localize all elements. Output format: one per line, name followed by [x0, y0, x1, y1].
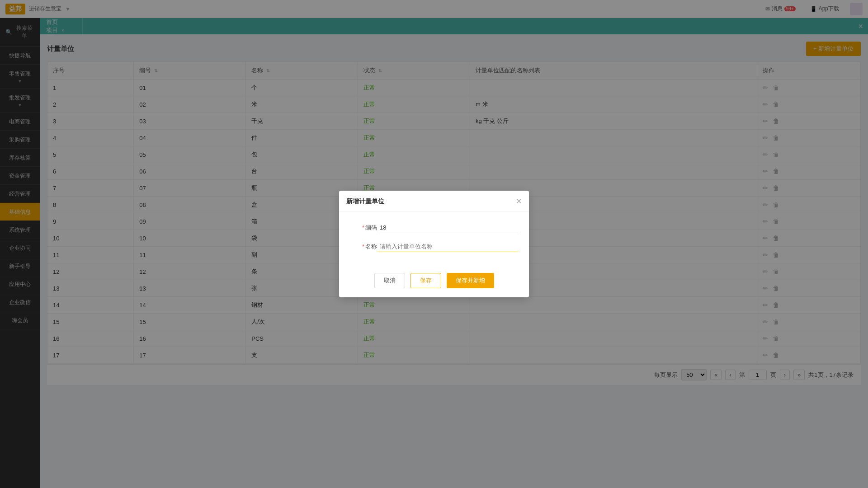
modal-close-button[interactable]: ✕: [516, 197, 522, 206]
modal-footer: 取消 保存 保存并新增: [339, 267, 529, 297]
form-row-name: *名称: [350, 241, 518, 252]
modal-header: 新增计量单位 ✕: [339, 191, 529, 211]
form-row-code: *编码: [350, 222, 518, 233]
name-label: *名称: [350, 243, 377, 251]
save-and-new-button[interactable]: 保存并新增: [447, 273, 494, 288]
code-input[interactable]: [377, 222, 518, 233]
required-mark-name: *: [362, 243, 364, 250]
save-button[interactable]: 保存: [410, 273, 441, 288]
modal-body: *编码 *名称: [339, 211, 529, 267]
code-label: *编码: [350, 224, 377, 232]
modal-title: 新增计量单位: [346, 197, 384, 206]
cancel-button[interactable]: 取消: [374, 273, 405, 288]
required-mark-code: *: [362, 224, 364, 231]
name-input[interactable]: [377, 241, 518, 252]
add-unit-modal: 新增计量单位 ✕ *编码 *名称 取消 保存 保存并新增: [339, 191, 529, 297]
modal-overlay: 新增计量单位 ✕ *编码 *名称 取消 保存 保存并新增: [0, 0, 868, 488]
